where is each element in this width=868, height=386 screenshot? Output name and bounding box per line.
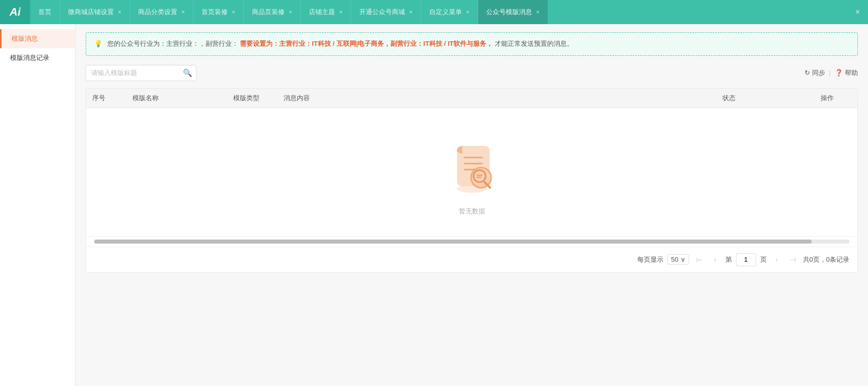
sidebar: 模版消息 模版消息记录 (0, 24, 76, 386)
tab-custom-menu[interactable]: 自定义菜单 × (421, 0, 478, 24)
close-tab-4[interactable]: × (289, 9, 292, 16)
col-header-action: 操作 (797, 89, 857, 108)
logo: Ai (0, 0, 30, 24)
total-info: 共0页，0条记录 (803, 255, 849, 264)
empty-state: 暂无数据 (86, 108, 857, 236)
close-tab-3[interactable]: × (232, 9, 235, 16)
close-tab-2[interactable]: × (181, 9, 185, 16)
sidebar-item-template-msg[interactable]: 模版消息 (0, 29, 75, 48)
tab-store-theme[interactable]: 店铺主题 × (301, 0, 351, 24)
notice-icon: 💡 (94, 40, 102, 47)
help-label: 帮助 (845, 68, 858, 78)
first-page-button[interactable]: ⊢ (693, 254, 705, 266)
empty-icon (442, 138, 502, 199)
top-nav: Ai 首页 微商城店铺设置 × 商品分类设置 × 首页装修 × 商品页装修 × … (0, 0, 868, 24)
pagination: 每页显示 50 ∨ ⊢ ‹ 第 页 › ⊣ 共0页，0条记录 (86, 247, 857, 272)
col-header-content: 消息内容 (278, 89, 716, 108)
search-button[interactable]: 🔍 (183, 68, 192, 78)
notice-suffix: 才能正常发送预置的消息。 (495, 40, 573, 47)
main-layout: 模版消息 模版消息记录 💡 您的公众号行业为：主营行业：，副营行业： 需要设置为… (0, 24, 868, 386)
tab-home-decor[interactable]: 首页装修 × (193, 0, 244, 24)
next-page-button[interactable]: › (771, 254, 783, 266)
per-page-value: 50 (671, 256, 678, 263)
sync-label: 同步 (812, 68, 825, 78)
close-tab-1[interactable]: × (118, 9, 121, 16)
tab-shop-settings[interactable]: 微商城店铺设置 × (60, 0, 130, 24)
scroll-area[interactable] (86, 236, 857, 247)
prev-page-button[interactable]: ‹ (709, 254, 721, 266)
close-all-button[interactable]: × (847, 8, 868, 17)
toolbar-divider: | (829, 69, 831, 76)
tab-category-settings[interactable]: 商品分类设置 × (130, 0, 193, 24)
sync-button[interactable]: ↻ 同步 (805, 68, 825, 78)
close-tab-6[interactable]: × (409, 9, 413, 16)
page-label-suf: 页 (760, 255, 767, 264)
col-header-index: 序号 (86, 89, 126, 108)
table-header: 序号 模版名称 模版类型 消息内容 状态 操作 (86, 89, 857, 108)
col-header-type: 模版类型 (227, 89, 278, 108)
close-tab-7[interactable]: × (466, 9, 470, 16)
page-input[interactable] (736, 253, 756, 266)
scroll-track (94, 240, 849, 244)
col-header-name: 模版名称 (126, 89, 227, 108)
help-button[interactable]: ❓ 帮助 (835, 68, 858, 78)
toolbar-right: ↻ 同步 | ❓ 帮助 (805, 68, 858, 78)
empty-text: 暂无数据 (459, 207, 485, 216)
search-input[interactable] (86, 65, 196, 81)
content-area: 💡 您的公众号行业为：主营行业：，副营行业： 需要设置为：主营行业：IT科技 /… (76, 24, 868, 386)
scroll-thumb (94, 240, 812, 244)
close-tab-8[interactable]: × (536, 9, 540, 16)
sync-icon: ↻ (805, 69, 810, 76)
per-page-label: 每页显示 (637, 255, 663, 264)
sidebar-item-template-msg-record[interactable]: 模版消息记录 (0, 48, 75, 67)
notice-highlight: 需要设置为：主营行业：IT科技 / 互联网|电子商务，副营行业：IT科技 / I… (240, 40, 493, 47)
notice-banner: 💡 您的公众号行业为：主营行业：，副营行业： 需要设置为：主营行业：IT科技 /… (86, 32, 858, 56)
tab-product-decor[interactable]: 商品页装修 × (244, 0, 301, 24)
page-label-pre: 第 (725, 255, 732, 264)
per-page-select[interactable]: 50 ∨ (667, 254, 689, 265)
tab-open-mall[interactable]: 开通公众号商城 × (351, 0, 421, 24)
tab-home[interactable]: 首页 (30, 0, 60, 24)
chevron-down-icon: ∨ (681, 256, 686, 263)
search-input-wrap: 🔍 (86, 65, 196, 81)
col-header-status: 状态 (716, 89, 797, 108)
close-tab-5[interactable]: × (339, 9, 343, 16)
help-icon: ❓ (835, 69, 843, 76)
notice-prefix: 您的公众号行业为：主营行业：，副营行业： (107, 40, 238, 47)
search-bar: 🔍 ↻ 同步 | ❓ 帮助 (86, 65, 858, 81)
tab-template-msg[interactable]: 公众号模版消息 × (478, 0, 548, 24)
last-page-button[interactable]: ⊣ (787, 254, 799, 266)
data-table: 序号 模版名称 模版类型 消息内容 状态 操作 (86, 88, 858, 273)
